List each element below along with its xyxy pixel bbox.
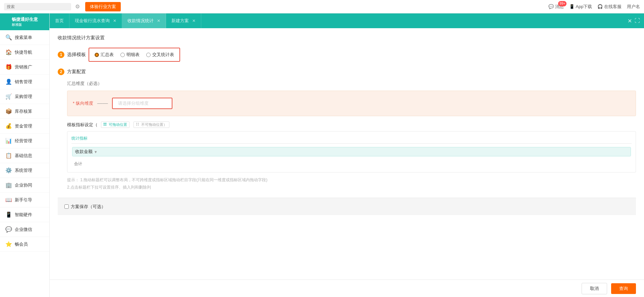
- sidebar-item-label: 新手引导: [15, 197, 32, 203]
- sidebar-item-membership[interactable]: ⭐ 畅会员: [0, 237, 49, 252]
- membership-icon: ⭐: [5, 241, 12, 247]
- sidebar-item-corp-wechat[interactable]: 💬 企业微信: [0, 222, 49, 237]
- sidebar-item-finance[interactable]: 💰 资金管理: [0, 119, 49, 134]
- radio-detail[interactable]: 明细表: [120, 52, 140, 58]
- trial-button[interactable]: 体验行业方案: [85, 2, 121, 11]
- top-bar-left: ⚙ 体验行业方案: [4, 2, 121, 11]
- app-download-link[interactable]: 📱 App下载: [569, 4, 592, 10]
- sidebar-item-purchase[interactable]: 🛒 采购管理: [0, 89, 49, 104]
- tab-bank-flow-label: 现金银行流水查询: [75, 18, 110, 24]
- content-area: 首页 现金银行流水查询 ✕ 收款情况统计 ✕ 新建方案 ✕ ✕ ⛶ 收款情况统计…: [50, 13, 644, 297]
- sidebar-item-label: 库存核算: [15, 108, 32, 114]
- tab-new-scheme-label: 新建方案: [171, 18, 189, 24]
- tab-expand-icon[interactable]: ⛶: [635, 18, 640, 24]
- inventory-icon: 📦: [5, 108, 12, 114]
- bottom-action-bar: 取消 查询: [50, 280, 644, 297]
- radio-detail-input[interactable]: [120, 53, 125, 57]
- svg-rect-0: [104, 123, 105, 124]
- radio-cross-input[interactable]: [146, 53, 151, 57]
- radio-detail-label: 明细表: [126, 52, 140, 58]
- sidebar-item-basic-info[interactable]: 📋 基础信息: [0, 148, 49, 163]
- radio-summary-input[interactable]: [95, 53, 99, 57]
- tip-1: 提示： 1.拖动标题栏可以调整布局，不可跨维度或指标区域拖动栏目字段(只能在同一…: [67, 177, 636, 184]
- radio-cross-label: 交叉统计表: [152, 52, 174, 58]
- sidebar-item-marketing[interactable]: 🎁 营销推广: [0, 60, 49, 75]
- svg-rect-2: [104, 125, 105, 126]
- footer-save-bar: 方案保存（可选）: [58, 198, 636, 215]
- sidebar-item-label: 营销推广: [15, 64, 32, 70]
- online-service-link[interactable]: 🎧 在线客服: [597, 4, 622, 10]
- cancel-button[interactable]: 取消: [582, 283, 607, 294]
- svg-rect-3: [105, 125, 106, 126]
- sales-icon: 👤: [5, 79, 12, 85]
- tab-bar-actions: ✕ ⛶: [624, 13, 644, 28]
- sidebar-item-operation[interactable]: 📊 经营管理: [0, 134, 49, 148]
- radio-cross[interactable]: 交叉统计表: [146, 52, 174, 58]
- sidebar-item-corp-coop[interactable]: 🏢 企业协同: [0, 178, 49, 193]
- tips-area: 提示： 1.拖动标题栏可以调整布局，不可跨维度或指标区域拖动栏目字段(只能在同一…: [67, 177, 636, 191]
- sidebar-item-newbie[interactable]: 📖 新手引导: [0, 193, 49, 207]
- svg-rect-1: [105, 123, 106, 124]
- sidebar-item-label: 销售管理: [15, 79, 32, 85]
- sidebar-item-label: 经营管理: [15, 138, 32, 144]
- metrics-container: 统计指标 收款金额 ▾ 合计: [67, 131, 636, 172]
- tab-new-scheme[interactable]: 新建方案 ✕: [166, 13, 201, 28]
- save-checkbox-label[interactable]: 方案保存（可选）: [64, 204, 106, 210]
- sidebar-item-sales[interactable]: 👤 销售管理: [0, 75, 49, 89]
- metric-tag-receipt[interactable]: 收款金额 ▾: [72, 147, 631, 156]
- sidebar-item-quick-nav[interactable]: 🏠 快捷导航: [0, 45, 49, 60]
- svg-rect-4: [136, 123, 137, 124]
- sidebar-item-smart-hw[interactable]: 📱 智能硬件: [0, 207, 49, 222]
- section2-num: 2: [58, 68, 64, 75]
- tab-new-scheme-close-icon[interactable]: ✕: [192, 18, 196, 23]
- query-button[interactable]: 查询: [611, 283, 636, 294]
- corp-wechat-icon: 💬: [5, 226, 12, 233]
- save-label: 方案保存（可选）: [71, 204, 106, 210]
- page-content: 收款情况统计方案设置 1 选择模板 汇总表: [50, 28, 644, 280]
- sidebar-item-label: 资金管理: [15, 123, 32, 129]
- sidebar-item-system[interactable]: ⚙️ 系统管理: [0, 163, 49, 178]
- summary-dim-label: 汇总维度（必选）: [67, 81, 636, 87]
- tab-receipt-stat[interactable]: 收款情况统计 ✕: [122, 13, 166, 28]
- page-title: 收款情况统计方案设置: [58, 35, 636, 41]
- save-checkbox-input[interactable]: [64, 204, 69, 209]
- tab-receipt-stat-close-icon[interactable]: ✕: [157, 18, 160, 23]
- metric-dropdown-icon[interactable]: ▾: [95, 149, 97, 154]
- message-icon: 💬: [548, 4, 554, 9]
- home-icon: 🏠: [5, 49, 12, 55]
- logo-text: 畅捷通好生意: [12, 16, 38, 22]
- sidebar: 畅捷通好生意 标准版 🔍 搜索菜单 🏠 快捷导航 🎁 营销推广 👤 销售管理 🛒…: [0, 13, 50, 297]
- tip-2: 2.点击标题栏下拉可设置排序、插入列和删除列: [67, 184, 636, 191]
- tab-close-all-icon[interactable]: ✕: [628, 18, 632, 24]
- sidebar-item-label: 基础信息: [15, 153, 32, 159]
- sidebar-item-label: 搜索菜单: [15, 35, 32, 41]
- message-badge[interactable]: 💬 消息 99+: [548, 4, 564, 10]
- sidebar-logo: 畅捷通好生意 标准版: [0, 13, 49, 30]
- not-draggable-label: 不可拖动位置）: [141, 122, 167, 127]
- radio-summary[interactable]: 汇总表: [95, 52, 114, 58]
- tab-bank-flow-close-icon[interactable]: ✕: [113, 18, 116, 23]
- search-input[interactable]: [4, 3, 71, 10]
- arrow-icon: ——: [97, 100, 108, 106]
- metric-subtag: 合计: [71, 160, 632, 168]
- top-bar-right: 💬 消息 99+ 📱 App下载 🎧 在线客服 用户名: [548, 4, 640, 10]
- purchase-icon: 🛒: [5, 93, 12, 100]
- smart-hw-icon: 📱: [5, 211, 12, 218]
- gift-icon: 🎁: [5, 64, 12, 70]
- dimension-select[interactable]: 请选择分组维度: [112, 98, 172, 109]
- user-name[interactable]: 用户名: [627, 4, 640, 10]
- dimension-area: 纵向维度 —— 请选择分组维度: [67, 91, 636, 116]
- tab-bank-flow[interactable]: 现金银行流水查询 ✕: [69, 13, 122, 28]
- draggable-badge: 可拖动位置: [101, 121, 129, 128]
- sidebar-item-search-menu[interactable]: 🔍 搜索菜单: [0, 30, 49, 45]
- metrics-label-row: 模板指标设定（ 可拖动位置 不可拖动位置）: [67, 121, 636, 128]
- newbie-icon: 📖: [5, 197, 12, 203]
- sidebar-item-label: 采购管理: [15, 94, 32, 100]
- svg-rect-6: [136, 125, 137, 126]
- tab-home-label: 首页: [55, 18, 64, 24]
- sidebar-item-inventory[interactable]: 📦 库存核算: [0, 104, 49, 119]
- gear-icon[interactable]: ⚙: [75, 3, 80, 10]
- tab-home[interactable]: 首页: [50, 13, 69, 28]
- logo-sub: 标准版: [12, 22, 38, 27]
- section-scheme: 2 方案配置 汇总维度（必选） 纵向维度 —— 请选择分组维度: [58, 68, 636, 191]
